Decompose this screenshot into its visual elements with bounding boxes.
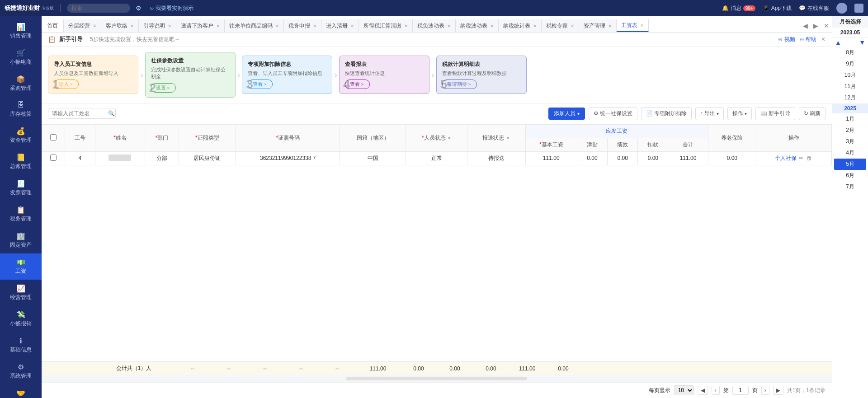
tab-guide[interactable]: 引导说明 ✕ [139, 19, 176, 32]
sidebar-item-finance[interactable]: 💰 资金管理 [0, 122, 42, 149]
sidebar-item-salary[interactable]: 💵 工资 [0, 253, 42, 280]
collab-icon: 🤝 [16, 389, 25, 398]
logo-area: 畅捷通好业财 专业版 [5, 4, 54, 12]
sidebar-item-sales[interactable]: 📊 销售管理 [0, 18, 42, 44]
top-search-input[interactable] [67, 4, 130, 13]
sidebar-item-collab[interactable]: 🤝 企业协同 [0, 384, 42, 398]
settings-icon[interactable]: ⚙ [136, 5, 142, 12]
month-item-2[interactable]: 2月 [832, 125, 868, 136]
social-settings-btn[interactable]: ⚙ 统一社保设置 [589, 107, 637, 120]
tab-close-product-code[interactable]: ✕ [275, 23, 279, 28]
tab-close-tax-burden[interactable]: ✕ [447, 23, 451, 28]
month-item-6[interactable]: 6月 [832, 170, 868, 181]
month-prev-btn[interactable]: ▲ [835, 39, 841, 46]
sidebar-item-ledger[interactable]: 📒 总账管理 [0, 149, 42, 175]
month-item-11[interactable]: 11月 [832, 81, 868, 92]
row-checkbox[interactable] [50, 155, 57, 161]
tab-close-tax-expert[interactable]: ✕ [571, 23, 574, 28]
add-person-btn[interactable]: 添加人员 ▾ [548, 108, 585, 120]
row-action-personal-insurance[interactable]: 个人社保 [775, 155, 797, 161]
tab-next-btn[interactable]: ▶ [811, 19, 821, 32]
sidebar-item-assets[interactable]: 🏢 固定资产 [0, 227, 42, 253]
tab-close-asset-mgmt[interactable]: ✕ [608, 23, 612, 28]
tab-close-layered[interactable]: ✕ [93, 23, 96, 28]
tab-asset-mgmt[interactable]: 资产管理 ✕ [579, 19, 617, 32]
search-input[interactable] [52, 110, 106, 117]
tab-close-tax-stats[interactable]: ✕ [533, 23, 537, 28]
tab-close-income-tax[interactable]: ✕ [404, 23, 408, 28]
export-btn[interactable]: ↑ 导出 ▾ [695, 107, 724, 120]
month-next-btn[interactable]: ▼ [859, 39, 865, 46]
tab-tax-burden[interactable]: 税负波动表 ✕ [413, 19, 456, 32]
sidebar-item-basic[interactable]: ℹ 基础信息 [0, 332, 42, 358]
tab-close-salary-table[interactable]: ✕ [640, 23, 644, 28]
new-guide-btn[interactable]: 📖 新手引导 [755, 107, 795, 120]
month-item-4[interactable]: 4月 [832, 147, 868, 159]
next-page-btn[interactable]: › [761, 386, 769, 395]
tab-tax-wave[interactable]: 纳税波动表 ✕ [456, 19, 499, 32]
prev-page-btn[interactable]: ‹ [712, 386, 720, 395]
tab-layered-ops[interactable]: 分层经营 ✕ [64, 19, 101, 32]
current-page-input[interactable] [732, 386, 749, 395]
tab-close-all-btn[interactable]: ✕ [821, 19, 832, 32]
demo-btn[interactable]: ⊙ 我要看实例演示 [150, 5, 193, 12]
tab-tax-report[interactable]: 税务申报 ✕ [284, 19, 321, 32]
tab-invite[interactable]: 邀请下游客户 ✕ [176, 19, 225, 32]
sidebar-item-system[interactable]: ⚙ 系统管理 [0, 358, 42, 384]
last-page-btn[interactable]: ▶ [773, 386, 783, 395]
tab-tax-expert[interactable]: 税检专家 ✕ [542, 19, 579, 32]
month-item-8[interactable]: 8月 [832, 47, 868, 58]
sidebar-item-purchase[interactable]: 📦 采购管理 [0, 70, 42, 97]
month-item-5-active[interactable]: 5月 [834, 159, 866, 170]
sidebar-item-tax[interactable]: 📋 税务管理 [0, 201, 42, 227]
guide-video-btn[interactable]: ⊙ 视频 [778, 36, 795, 43]
search-icon[interactable]: 🔍 [108, 110, 115, 117]
guide-close-btn[interactable]: ✕ [821, 36, 826, 42]
message-btn[interactable]: 🔔 消息 99+ [722, 5, 755, 12]
tab-income-tax[interactable]: 所得税汇算清缴 ✕ [359, 19, 413, 32]
send-status-filter-icon[interactable]: ▼ [506, 136, 510, 140]
user-avatar[interactable] [836, 3, 847, 14]
select-all-checkbox[interactable] [50, 134, 57, 140]
tab-close-tax-report[interactable]: ✕ [313, 23, 316, 28]
status-filter-icon[interactable]: ▼ [447, 136, 452, 140]
month-item-3[interactable]: 3月 [832, 136, 868, 147]
row-action-delete-icon[interactable]: 🗑 [807, 155, 812, 161]
step-1-title: 导入员工资信息 [54, 61, 132, 68]
month-item-7[interactable]: 7月 [832, 181, 868, 192]
tab-home[interactable]: 首页 [42, 19, 64, 32]
month-item-10[interactable]: 10月 [832, 70, 868, 81]
month-item-12[interactable]: 12月 [832, 92, 868, 103]
first-page-btn[interactable]: ◀ [698, 386, 708, 395]
search-input-wrapper[interactable]: 🔍 [48, 108, 116, 119]
online-service-btn[interactable]: 💬 在线客服 [799, 5, 829, 12]
tab-close-tax-wave[interactable]: ✕ [490, 23, 494, 28]
tab-product-code[interactable]: 往来单位商品编码 ✕ [225, 19, 284, 32]
tab-salary-table[interactable]: 工资表 ✕ [617, 19, 649, 32]
user-menu-btn[interactable] [854, 4, 863, 13]
special-deduction-btn[interactable]: 📄 专项附加扣除 [641, 107, 692, 120]
tab-close-invite[interactable]: ✕ [216, 23, 220, 28]
tab-prev-btn[interactable]: ◀ [800, 19, 811, 32]
horizontal-scrollbar[interactable] [346, 377, 527, 380]
operate-btn[interactable]: 操作 ▾ [727, 107, 752, 120]
footer-dash-2: -- [211, 365, 247, 372]
tab-tax-stats[interactable]: 纳税统计表 ✕ [499, 19, 542, 32]
tab-customer[interactable]: 客户联络 ✕ [101, 19, 139, 32]
sidebar-item-ecommerce[interactable]: 🛒 小畅电商 [0, 44, 42, 70]
guide-help-btn[interactable]: ⊙ 帮助 [800, 36, 816, 43]
tab-close-customer[interactable]: ✕ [130, 23, 134, 28]
refresh-btn[interactable]: ↻ 刷新 [799, 107, 826, 120]
tab-clearance[interactable]: 进入清册 ✕ [321, 19, 359, 32]
sidebar-item-expense[interactable]: 💸 小畅报销 [0, 306, 42, 332]
month-item-1[interactable]: 1月 [832, 113, 868, 125]
tab-close-guide[interactable]: ✕ [168, 23, 171, 28]
sidebar-item-inventory[interactable]: 🗄 库存核算 [0, 97, 42, 122]
page-size-select[interactable]: 10 20 50 [674, 385, 694, 395]
sidebar-item-invoice[interactable]: 🧾 发票管理 [0, 175, 42, 201]
sidebar-item-operations[interactable]: 📈 经营管理 [0, 280, 42, 306]
tab-close-clearance[interactable]: ✕ [350, 23, 354, 28]
month-item-9[interactable]: 9月 [832, 58, 868, 70]
row-action-edit-icon[interactable]: ✏ [799, 155, 803, 161]
app-download-btn[interactable]: 📱 App下载 [763, 5, 792, 12]
